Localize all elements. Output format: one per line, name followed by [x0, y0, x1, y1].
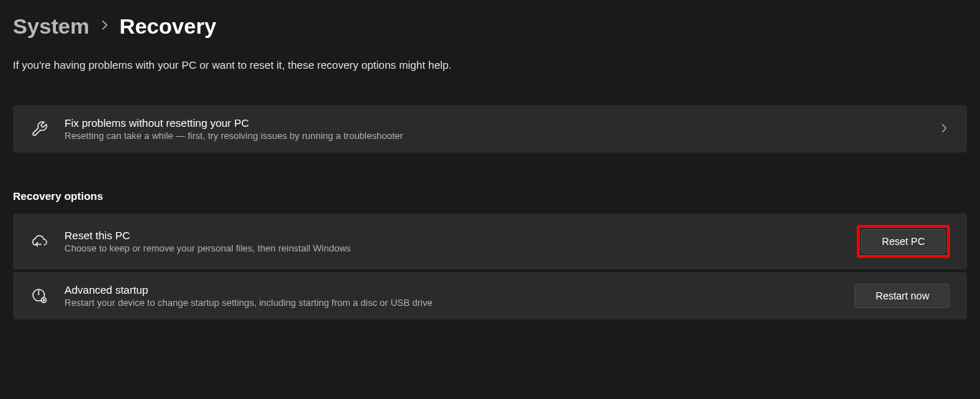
intro-text: If you're having problems with your PC o… [13, 59, 967, 71]
breadcrumb-current: Recovery [120, 14, 216, 39]
chevron-right-icon [101, 19, 108, 34]
reset-pc-text: Reset this PC Choose to keep or remove y… [64, 229, 841, 254]
recovery-options-heading: Recovery options [13, 190, 967, 202]
highlight-annotation: Reset PC [857, 225, 950, 258]
wrench-icon [30, 120, 49, 138]
breadcrumb-parent[interactable]: System [13, 14, 90, 39]
fix-problems-subtitle: Resetting can take a while — first, try … [64, 130, 926, 141]
fix-problems-card[interactable]: Fix problems without resetting your PC R… [13, 105, 967, 153]
advanced-startup-card: Advanced startup Restart your device to … [13, 272, 967, 319]
chevron-right-icon [941, 123, 950, 135]
reset-pc-title: Reset this PC [64, 229, 841, 241]
power-gear-icon [30, 287, 49, 305]
breadcrumb: System Recovery [13, 14, 967, 39]
advanced-startup-text: Advanced startup Restart your device to … [64, 284, 839, 308]
fix-problems-text: Fix problems without resetting your PC R… [64, 117, 926, 141]
reset-pc-card: Reset this PC Choose to keep or remove y… [13, 213, 967, 269]
reset-pc-subtitle: Choose to keep or remove your personal f… [64, 243, 841, 254]
reset-pc-button[interactable]: Reset PC [861, 229, 946, 254]
restart-now-button[interactable]: Restart now [855, 284, 950, 308]
svg-point-2 [42, 298, 47, 303]
advanced-startup-title: Advanced startup [64, 284, 839, 296]
fix-problems-title: Fix problems without resetting your PC [64, 117, 926, 129]
advanced-startup-subtitle: Restart your device to change startup se… [64, 297, 839, 308]
cloud-reset-icon [30, 232, 49, 251]
